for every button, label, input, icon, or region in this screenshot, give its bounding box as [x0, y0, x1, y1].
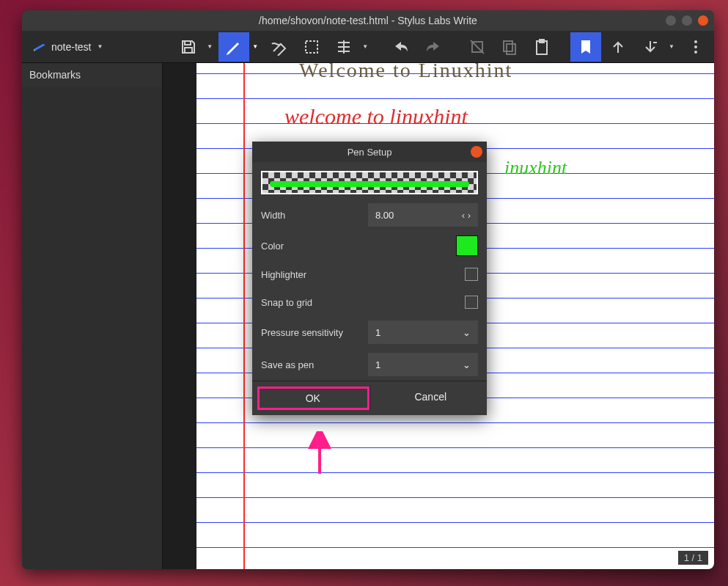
width-value: 8.00	[375, 210, 394, 221]
redo-button[interactable]	[418, 32, 449, 62]
dialog-titlebar: Pen Setup	[252, 142, 487, 162]
cancel-button[interactable]: Cancel	[375, 381, 488, 412]
pen-setup-dialog: Pen Setup Width 8.00 ‹ › Color Highlight…	[252, 142, 487, 415]
dialog-close-button[interactable]	[471, 146, 482, 158]
stroke-preview	[261, 171, 478, 194]
ok-button[interactable]: OK	[257, 386, 370, 411]
width-field[interactable]: 8.00 ‹ ›	[368, 203, 478, 227]
svg-point-8	[694, 40, 697, 43]
pressure-row: Pressure sensitivity 1 ⌄	[252, 316, 487, 348]
pressure-select[interactable]: 1 ⌄	[368, 321, 478, 344]
snap-label: Snap to grid	[261, 297, 459, 308]
up-icon	[609, 38, 627, 56]
redo-icon	[424, 38, 442, 56]
insert-space-icon	[335, 38, 353, 56]
svg-rect-4	[504, 41, 512, 51]
down-sort-icon	[641, 38, 659, 56]
cut-button[interactable]	[462, 32, 493, 62]
margin-line	[243, 63, 245, 569]
page-down-button[interactable]	[635, 32, 666, 62]
maximize-button[interactable]	[682, 15, 692, 26]
snap-row: Snap to grid	[252, 288, 487, 316]
svg-rect-7	[540, 40, 544, 43]
saveas-label: Save as pen	[261, 359, 362, 370]
chevron-down-icon[interactable]: ▼	[362, 43, 368, 50]
menu-icon	[687, 38, 705, 56]
menu-button[interactable]	[680, 32, 711, 62]
chevron-down-icon: ⌄	[463, 327, 471, 338]
pressure-value: 1	[375, 327, 380, 338]
preview-stroke	[270, 181, 469, 187]
sidebar: Bookmarks	[22, 63, 163, 569]
sidebar-content[interactable]	[22, 87, 162, 569]
page-up-button[interactable]	[603, 32, 633, 62]
highlighter-label: Highlighter	[261, 269, 459, 280]
dialog-title: Pen Setup	[348, 147, 392, 158]
svg-rect-0	[185, 41, 191, 45]
chevron-down-icon[interactable]: ▼	[207, 43, 213, 50]
copy-button[interactable]	[494, 32, 525, 62]
chevron-down-icon[interactable]: ▼	[252, 43, 258, 50]
bookmark-button[interactable]	[570, 32, 601, 62]
pen-icon	[225, 38, 243, 56]
doc-tab-label: note-test	[51, 41, 91, 53]
select-icon	[303, 38, 320, 56]
color-row: Color	[252, 231, 487, 260]
handwriting-line-2: welcome to linuxhint	[284, 104, 468, 129]
select-button[interactable]	[296, 32, 327, 62]
color-label: Color	[261, 241, 450, 252]
undo-icon	[392, 38, 410, 56]
width-decrease[interactable]: ‹	[462, 210, 465, 221]
page-indicator: 1 / 1	[678, 551, 708, 565]
undo-button[interactable]	[386, 32, 416, 62]
handwriting-line-1: Welcome to Linuxhint	[299, 59, 512, 82]
highlighter-row: Highlighter	[252, 260, 487, 288]
svg-point-10	[694, 51, 697, 54]
ok-label: OK	[306, 392, 320, 404]
cancel-label: Cancel	[414, 391, 446, 403]
width-increase[interactable]: ›	[468, 210, 471, 221]
highlighter-checkbox[interactable]	[465, 268, 478, 281]
eraser-button[interactable]	[264, 32, 295, 62]
save-button[interactable]	[173, 32, 204, 62]
handwriting-line-3: inuxhint	[504, 157, 567, 179]
clipboard-paste-icon	[533, 38, 551, 56]
chevron-down-icon[interactable]: ▼	[669, 43, 674, 50]
save-icon	[180, 38, 197, 56]
clipboard-cut-icon	[468, 38, 486, 56]
color-swatch[interactable]	[456, 235, 478, 256]
svg-rect-2	[306, 41, 317, 53]
eraser-icon	[271, 38, 288, 56]
insert-space-button[interactable]	[328, 32, 359, 62]
annotation-arrow	[305, 431, 334, 475]
svg-point-9	[694, 45, 697, 48]
clipboard-copy-icon	[501, 38, 518, 56]
bookmark-icon	[577, 38, 595, 56]
saveas-select[interactable]: 1 ⌄	[368, 353, 478, 376]
minimize-button[interactable]	[666, 15, 676, 26]
chevron-down-icon: ▼	[97, 43, 103, 50]
document-tab[interactable]: note-test ▼	[25, 38, 114, 56]
window-controls	[666, 15, 708, 26]
saveas-value: 1	[375, 359, 380, 370]
saveas-row: Save as pen 1 ⌄	[252, 348, 487, 381]
snap-checkbox[interactable]	[465, 296, 478, 309]
close-button[interactable]	[698, 15, 708, 26]
pen-icon	[32, 41, 47, 53]
width-label: Width	[261, 210, 362, 221]
svg-rect-5	[507, 44, 515, 54]
pen-tool-button[interactable]	[218, 32, 249, 62]
dialog-buttons: OK Cancel	[252, 381, 487, 415]
pressure-label: Pressure sensitivity	[261, 327, 362, 338]
paste-button[interactable]	[526, 32, 557, 62]
sidebar-header: Bookmarks	[22, 63, 162, 87]
chevron-down-icon: ⌄	[463, 359, 471, 370]
width-row: Width 8.00 ‹ ›	[252, 199, 487, 231]
svg-rect-1	[185, 48, 192, 53]
titlebar: /home/shovon/note-test.html - Stylus Lab…	[22, 10, 714, 31]
window-title: /home/shovon/note-test.html - Stylus Lab…	[259, 15, 477, 26]
